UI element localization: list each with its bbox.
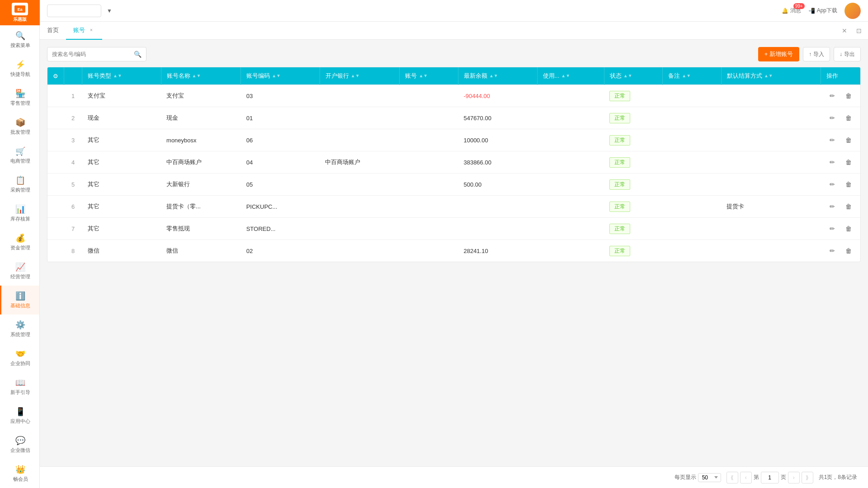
sort-bank-icon: ▲▼ xyxy=(351,74,360,78)
table-row: 7其它零售抵现STORED...正常✏🗑 xyxy=(47,218,860,240)
table-cell xyxy=(400,218,458,240)
edit-button[interactable]: ✏ xyxy=(826,222,839,235)
action-buttons: ✏🗑 xyxy=(826,89,855,102)
sidebar-item-search[interactable]: 🔍 搜索菜单 xyxy=(0,25,39,54)
col-usage[interactable]: 使用... ▲▼ xyxy=(537,67,604,85)
table-cell xyxy=(663,151,722,174)
edit-button[interactable]: ✏ xyxy=(826,89,839,102)
delete-button[interactable]: 🗑 xyxy=(842,178,855,191)
delete-button[interactable]: 🗑 xyxy=(842,156,855,169)
table-cell xyxy=(458,196,537,218)
sidebar-item-ecommerce[interactable]: 🛒 电商管理 xyxy=(0,141,39,170)
table-cell: 零售抵现 xyxy=(161,218,241,240)
delete-button[interactable]: 🗑 xyxy=(842,244,855,257)
edit-button[interactable]: ✏ xyxy=(826,134,839,146)
table-cell xyxy=(721,240,821,262)
sidebar-item-retail-label: 零售管理 xyxy=(10,100,30,107)
avatar[interactable] xyxy=(844,3,861,19)
tab-account-close[interactable]: × xyxy=(88,27,95,34)
page-input[interactable] xyxy=(761,472,779,483)
sidebar-item-inventory-label: 库存核算 xyxy=(10,216,30,222)
page-last-btn[interactable]: ⟫ xyxy=(802,472,813,483)
delete-button[interactable]: 🗑 xyxy=(842,200,855,213)
edit-button[interactable]: ✏ xyxy=(826,112,839,124)
sidebar-item-guide[interactable]: 📖 新手引导 xyxy=(0,372,39,401)
delete-button[interactable]: 🗑 xyxy=(842,89,855,102)
per-page-label: 每页显示 xyxy=(675,474,696,481)
basic-icon: ℹ️ xyxy=(15,291,25,301)
col-account[interactable]: 账号 ▲▼ xyxy=(400,67,458,85)
delete-button[interactable]: 🗑 xyxy=(842,134,855,146)
table-row: 4其它中百商场账户04中百商场账户383866.00正常✏🗑 xyxy=(47,151,860,174)
tab-close-all[interactable]: ✕ xyxy=(839,25,850,36)
export-button[interactable]: ↓ 导出 xyxy=(834,47,861,61)
action-buttons: ✏🗑 xyxy=(826,222,855,235)
sidebar-item-finance[interactable]: 💰 资金管理 xyxy=(0,228,39,257)
action-buttons: ✏🗑 xyxy=(826,156,855,169)
edit-button[interactable]: ✏ xyxy=(826,178,839,191)
tab-home[interactable]: 首页 xyxy=(40,22,66,40)
col-code[interactable]: 账号编码 ▲▼ xyxy=(241,67,320,85)
message-btn[interactable]: 🔔 消息 99+ xyxy=(782,7,801,14)
import-button[interactable]: ↑ 导入 xyxy=(803,47,830,61)
table-cell: 500.00 xyxy=(458,174,537,196)
col-name[interactable]: 账号名称 ▲▼ xyxy=(161,67,241,85)
col-bank[interactable]: 开户银行 ▲▼ xyxy=(320,67,400,85)
col-type[interactable]: 账号类型 ▲▼ xyxy=(82,67,161,85)
table-cell: 4 xyxy=(64,151,82,174)
page-next-btn[interactable]: › xyxy=(788,472,800,483)
sidebar-item-operations[interactable]: 📈 经营管理 xyxy=(0,257,39,286)
sidebar-item-inventory[interactable]: 📊 库存核算 xyxy=(0,199,39,228)
guide-icon: 📖 xyxy=(15,378,25,388)
sidebar-item-appcenter[interactable]: 📱 应用中心 xyxy=(0,401,39,430)
page-first-btn[interactable]: ⟪ xyxy=(726,472,738,483)
status-badge: 正常 xyxy=(609,202,630,212)
export-icon: ↓ xyxy=(840,51,842,57)
sidebar-item-system[interactable]: ⚙️ 系统管理 xyxy=(0,314,39,343)
page-prev-btn[interactable]: ‹ xyxy=(740,472,752,483)
toolbar: 🔍 + 新增账号 ↑ 导入 ↓ 导出 xyxy=(47,47,861,61)
search-icon[interactable]: 🔍 xyxy=(134,51,142,58)
table-header-row: ⚙ 账号类型 ▲▼ 账号名称 ▲▼ xyxy=(47,67,860,85)
col-status[interactable]: 状态 ▲▼ xyxy=(604,67,663,85)
tab-expand[interactable]: ⊡ xyxy=(854,25,864,36)
sidebar-nav: 🔍 搜索菜单 ⚡ 快捷导航 🏪 零售管理 📦 批发管理 🛒 电商管理 📋 采购管… xyxy=(0,25,39,488)
table-cell xyxy=(663,218,722,240)
table-cell xyxy=(663,129,722,151)
sidebar-item-quick[interactable]: ⚡ 快捷导航 xyxy=(0,54,39,83)
sidebar-item-enterprise[interactable]: 🤝 企业协同 xyxy=(0,343,39,372)
sidebar-item-basic-label: 基础信息 xyxy=(10,302,30,309)
per-page-dropdown[interactable]: 50 20 100 xyxy=(698,473,721,482)
table-cell xyxy=(721,107,821,129)
sidebar-item-basic[interactable]: ℹ️ 基础信息 xyxy=(0,286,39,314)
table-cell xyxy=(400,129,458,151)
account-search-input[interactable] xyxy=(52,51,134,57)
delete-button[interactable]: 🗑 xyxy=(842,112,855,124)
sidebar-item-member[interactable]: 👑 畅会员 xyxy=(0,459,39,488)
sidebar-item-wechat[interactable]: 💬 企业微信 xyxy=(0,430,39,459)
col-settings[interactable]: ⚙ xyxy=(47,67,64,85)
sidebar-item-member-label: 畅会员 xyxy=(13,476,28,483)
status-badge: 正常 xyxy=(609,246,630,256)
table-cell: 微信 xyxy=(82,240,161,262)
sidebar-item-wholesale[interactable]: 📦 批发管理 xyxy=(0,112,39,141)
tab-account[interactable]: 账号 × xyxy=(66,22,102,40)
table-cell: 微信 xyxy=(161,240,241,262)
main-area: ▼ 🔔 消息 99+ 📲 App下载 首页 账号 × xyxy=(40,0,868,488)
action-buttons: ✏🗑 xyxy=(826,200,855,213)
delete-button[interactable]: 🗑 xyxy=(842,222,855,235)
sidebar-item-purchase[interactable]: 📋 采购管理 xyxy=(0,170,39,199)
header-dropdown[interactable]: ▼ xyxy=(107,8,112,14)
table-cell: 其它 xyxy=(82,151,161,174)
col-remark[interactable]: 备注 ▲▼ xyxy=(663,67,722,85)
edit-button[interactable]: ✏ xyxy=(826,156,839,169)
edit-button[interactable]: ✏ xyxy=(826,200,839,213)
col-default-payment[interactable]: 默认结算方式 ▲▼ xyxy=(721,67,821,85)
edit-button[interactable]: ✏ xyxy=(826,244,839,257)
add-account-button[interactable]: + 新增账号 xyxy=(758,47,799,61)
enterprise-icon: 🤝 xyxy=(15,349,25,359)
header-search-input[interactable] xyxy=(47,5,101,17)
download-btn[interactable]: 📲 App下载 xyxy=(808,7,837,14)
col-balance[interactable]: 最新余额 ▲▼ xyxy=(458,67,537,85)
sidebar-item-retail[interactable]: 🏪 零售管理 xyxy=(0,83,39,112)
